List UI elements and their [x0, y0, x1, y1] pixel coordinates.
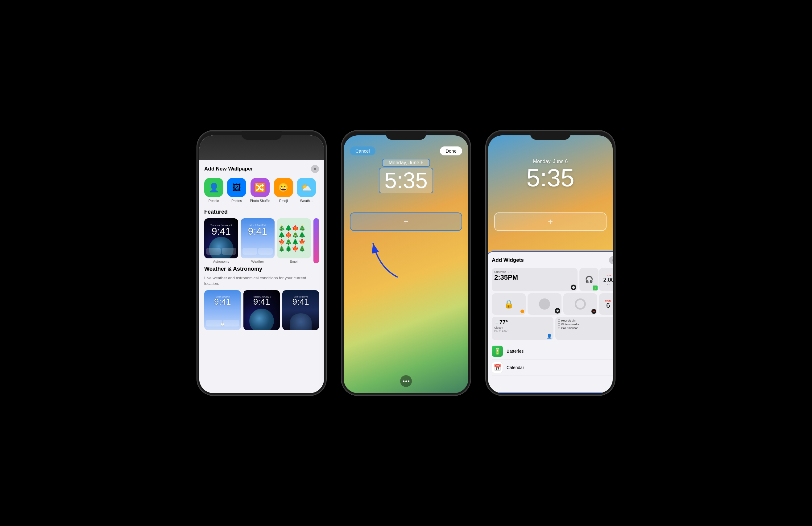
battery-overlay: ⚡: [593, 286, 598, 290]
notch-1: [242, 131, 282, 140]
weather-astro-desc: Live weather and astronomical conditions…: [204, 275, 319, 286]
phone2-screen: Cancel Done Monday, June 6 5:35 +: [344, 135, 468, 393]
weather-icon: ⛅: [297, 178, 316, 197]
airpods-widget[interactable]: 🎧 ⚡: [579, 268, 598, 291]
calendar-time-widget[interactable]: JUN 2:00 PM: [599, 268, 613, 291]
mini-widgets-1: [206, 248, 236, 255]
weather-widget-large[interactable]: Cupertino -3HRS 2:35PM 🕐: [492, 268, 578, 291]
purple-strip[interactable]: [314, 218, 319, 263]
featured-emoji[interactable]: 🎄🌲🍁🎄🌲🍁🎄🌲🍁🎄🌲🍁🎄🌲🍁🎄 Emoji: [277, 218, 311, 263]
phone2-topbar: Cancel Done: [344, 147, 468, 155]
wa-mini-time-1: 9:41: [204, 297, 241, 307]
emoji-label: Emoji: [279, 199, 288, 202]
type-people[interactable]: 👤 People: [204, 178, 223, 202]
weather-condition: Cloudy: [494, 326, 551, 329]
cloud-icon: ☁️: [494, 320, 498, 324]
plus-icon-2: +: [404, 217, 408, 227]
batteries-app-icon: 🔋: [492, 346, 503, 357]
weather-type-label: Weath...: [300, 199, 313, 202]
reminder-1: Recycle bin: [558, 319, 613, 322]
reminder-2: Write nomad e...: [558, 323, 613, 326]
phone-2: Cancel Done Monday, June 6 5:35 +: [341, 131, 471, 395]
modal-title-row: Add New Wallpaper ×: [204, 165, 319, 173]
wa-preview-1-img: Mon 6 9:41PM 9:41 🕐: [204, 290, 241, 330]
mini-widget-1b: [222, 248, 237, 255]
notch-3: [530, 131, 570, 140]
gray-circle-widget-2[interactable]: ❤: [563, 293, 597, 315]
mini-time-1: 9:41: [204, 226, 238, 237]
weather-label: Weather: [241, 260, 275, 263]
dot-2: [405, 380, 407, 382]
type-photos[interactable]: 🖼 Photos: [227, 178, 246, 202]
reminders-widget[interactable]: Recycle bin Write nomad e... Call Americ…: [555, 317, 613, 340]
widget-row-1: Cupertino -3HRS 2:35PM 🕐 🎧 ⚡ JU: [492, 268, 613, 291]
people-icon: 👤: [204, 178, 223, 197]
done-button[interactable]: Done: [440, 147, 462, 155]
weather-header-row: ☁️ 77°: [494, 319, 551, 326]
phone1-screen: Add New Wallpaper × 👤 People 🖼 Photos 🔀: [199, 135, 324, 393]
wa-preview-3[interactable]: Mon 6 9:58PM 9:41: [282, 290, 319, 330]
add-widgets-header: Add Widgets ×: [492, 256, 613, 264]
dot-3: [408, 380, 409, 382]
phone2-date-area: Monday, June 6: [344, 159, 468, 167]
person-icon-weather: 👤: [547, 334, 552, 339]
type-weather[interactable]: ⛅ Weath...: [297, 178, 316, 202]
wa-mini-time-3: 9:41: [282, 297, 319, 307]
phone2-widget-placeholder[interactable]: +: [350, 212, 462, 231]
calendar-app-item[interactable]: 📅 Calendar: [492, 360, 613, 376]
phone2-date-pill: Monday, June 6: [382, 159, 430, 167]
close-button[interactable]: ×: [311, 165, 319, 173]
emoji-preview: 🎄🌲🍁🎄🌲🍁🎄🌲🍁🎄🌲🍁🎄🌲🍁🎄: [277, 218, 311, 258]
mini-widgets-2: [243, 248, 273, 255]
airpods-icon: 🎧: [585, 276, 593, 284]
people-label: People: [208, 199, 219, 202]
cancel-button[interactable]: Cancel: [350, 147, 375, 155]
wa-preview-3-img: Mon 6 9:58PM 9:41: [282, 290, 319, 330]
batteries-app-item[interactable]: 🔋 Batteries: [492, 343, 613, 360]
wallpaper-types-row: 👤 People 🖼 Photos 🔀 Photo Shuffle 😀 Emoj…: [204, 178, 319, 202]
calendar-date-widget[interactable]: MON 6: [599, 293, 613, 315]
phone3-date-area: Monday, June 6: [488, 159, 613, 164]
widget-location: Cupertino -3HRS: [494, 270, 575, 273]
wa-preview-1[interactable]: Mon 6 9:41PM 9:41 🕐: [204, 290, 241, 330]
fitness-icon-overlay: ❤: [591, 309, 596, 314]
photo-shuffle-label: Photo Shuffle: [250, 199, 270, 202]
featured-weather[interactable]: Mon 6 9:41PM 9:41 Weather: [241, 218, 275, 263]
lock-widget[interactable]: 🔒: [492, 293, 526, 315]
astronomy-label: Astronomy: [204, 260, 238, 263]
plus-icon-3: +: [548, 217, 553, 227]
type-photo-shuffle[interactable]: 🔀 Photo Shuffle: [250, 178, 270, 202]
add-wallpaper-modal: Add New Wallpaper × 👤 People 🖼 Photos 🔀: [199, 160, 324, 393]
add-widgets-title: Add Widgets: [492, 257, 524, 263]
phone3-widget-placeholder[interactable]: +: [494, 212, 607, 231]
widget-row-2: 🔒 🕐 ❤: [492, 293, 613, 315]
phone3-widget-area[interactable]: +: [494, 212, 607, 231]
weather-range: H:77° L:60°: [494, 329, 551, 332]
wa-preview-2-img: Tuesday, January 9 9:41: [243, 290, 280, 330]
orange-dot: [520, 310, 524, 313]
earth-graphic: [209, 237, 234, 258]
options-dots[interactable]: [400, 375, 412, 387]
add-widgets-close[interactable]: ×: [609, 256, 613, 264]
temperature: 77°: [499, 319, 508, 326]
widget-time-display: 2:35PM: [494, 273, 575, 282]
offset-text: -3HRS: [507, 270, 516, 273]
featured-grid: Tuesday, January 9 9:41 Astronomy Mon: [204, 218, 319, 263]
wa-widget-1b: [223, 320, 239, 327]
wa-mini-time-2: 9:41: [243, 297, 280, 307]
featured-astronomy[interactable]: Tuesday, January 9 9:41 Astronomy: [204, 218, 238, 263]
earth-2: [249, 309, 274, 330]
reminder-3: Call American...: [558, 327, 613, 330]
weather-forecast-widget[interactable]: ☁️ 77° Cloudy H:77° L:60° 👤: [492, 317, 553, 340]
reminder-circle-1: [558, 319, 560, 322]
phone2-time-area: 5:35: [344, 168, 468, 193]
widget-row-3: ☁️ 77° Cloudy H:77° L:60° 👤 Recycle bin: [492, 317, 613, 340]
phone2-time-box: 5:35: [379, 168, 433, 193]
gray-circle-widget-1[interactable]: 🕐: [527, 293, 562, 315]
phone2-widget-area[interactable]: +: [350, 212, 462, 231]
reminder-circle-3: [558, 327, 560, 329]
gray-circle-1: [539, 299, 550, 310]
type-emoji[interactable]: 😀 Emoji: [274, 178, 293, 202]
wa-preview-2[interactable]: Tuesday, January 9 9:41: [243, 290, 280, 330]
weather-preview: Mon 6 9:41PM 9:41: [241, 218, 275, 258]
